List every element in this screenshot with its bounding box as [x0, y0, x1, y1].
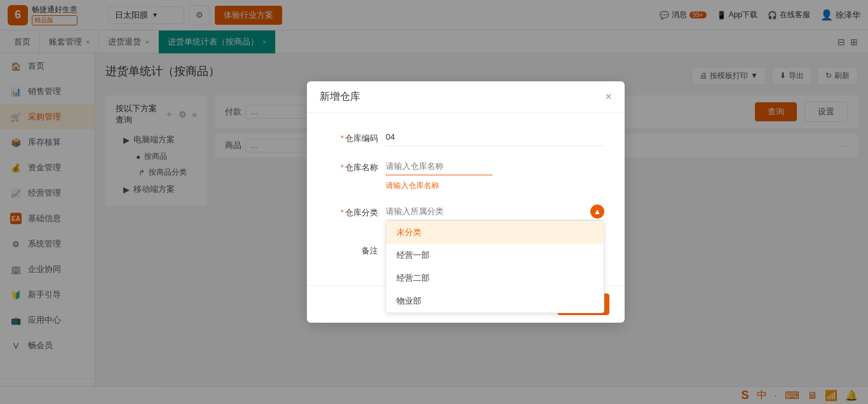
notes-label: 备注 — [327, 241, 378, 257]
name-error-message: 请输入仓库名称 — [386, 180, 439, 191]
category-dropdown: 未分类 经营一部 经营二部 物业部 — [386, 220, 604, 313]
warehouse-code-input[interactable] — [386, 128, 604, 146]
modal-header: 新增仓库 × — [307, 81, 625, 113]
warehouse-name-input[interactable] — [386, 158, 492, 175]
category-select-wrapper: ▲ 未分类 经营一部 经营二部 物业部 — [386, 203, 604, 220]
category-label: *仓库分类 — [327, 203, 378, 219]
category-toggle-button[interactable]: ▲ — [590, 205, 604, 219]
form-row-name: *仓库名称 请输入仓库名称 — [327, 158, 604, 191]
dropdown-item-dept1[interactable]: 经营一部 — [386, 244, 604, 267]
form-row-category: *仓库分类 ▲ 未分类 经营一部 经营二部 物业部 — [327, 203, 604, 220]
dropdown-item-dept2[interactable]: 经营二部 — [386, 267, 604, 290]
add-warehouse-modal: 新增仓库 × *仓库编码 *仓库名称 请输入仓库名称 *仓库分 — [307, 81, 625, 323]
form-row-code: *仓库编码 — [327, 128, 604, 146]
name-label: *仓库名称 — [327, 158, 378, 175]
code-label: *仓库编码 — [327, 128, 378, 144]
dropdown-item-dept3[interactable]: 物业部 — [386, 290, 604, 313]
modal-close-button[interactable]: × — [605, 90, 612, 104]
modal-body: *仓库编码 *仓库名称 请输入仓库名称 *仓库分类 ▲ — [307, 113, 625, 285]
category-select-input[interactable] — [386, 203, 604, 220]
dropdown-item-uncategorized[interactable]: 未分类 — [386, 221, 604, 244]
